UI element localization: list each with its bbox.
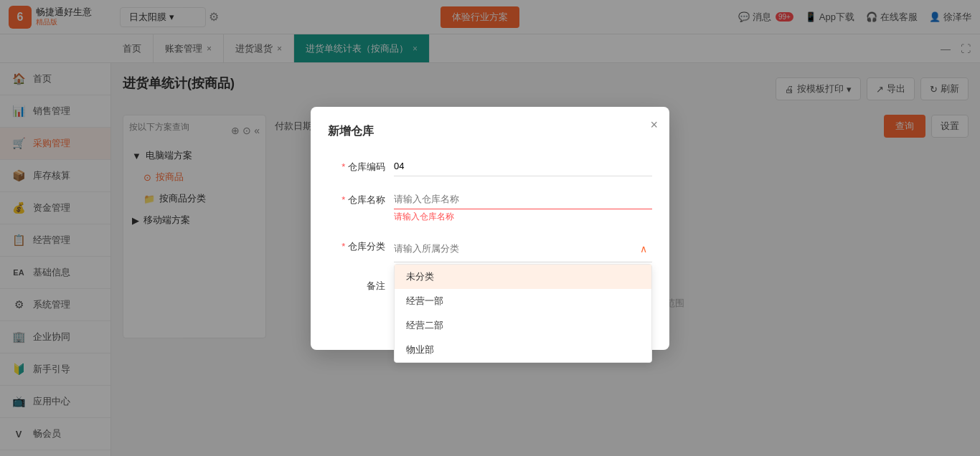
modal-overlay: 新增仓库 × 仓库编码 仓库名称 请输入仓库名称 仓库分类 ∧ <box>0 0 980 456</box>
remark-label: 备注 <box>328 275 385 293</box>
category-select-wrap: ∧ 未分类 经营一部 经营二部 物业部 <box>394 236 652 262</box>
modal-close-button[interactable]: × <box>650 118 658 131</box>
modal-title: 新增仓库 <box>328 124 652 139</box>
dropdown-item-ops2[interactable]: 经营二部 <box>395 313 651 338</box>
code-field-wrap <box>394 156 652 176</box>
category-label: 仓库分类 <box>328 236 385 253</box>
dropdown-item-property[interactable]: 物业部 <box>395 338 651 362</box>
name-field-wrap: 请输入仓库名称 <box>394 189 652 223</box>
name-input[interactable] <box>394 189 652 209</box>
code-input[interactable] <box>394 156 652 176</box>
category-dropdown: 未分类 经营一部 经营二部 物业部 <box>394 264 652 363</box>
category-chevron-icon[interactable]: ∧ <box>635 240 652 257</box>
category-text-input[interactable] <box>394 243 635 254</box>
new-warehouse-modal: 新增仓库 × 仓库编码 仓库名称 请输入仓库名称 仓库分类 ∧ <box>311 107 669 350</box>
category-select-input[interactable]: ∧ <box>394 236 652 262</box>
code-label: 仓库编码 <box>328 156 385 174</box>
category-row: 仓库分类 ∧ 未分类 经营一部 经营二部 物业部 <box>328 236 652 262</box>
name-label: 仓库名称 <box>328 189 385 206</box>
dropdown-item-ops1[interactable]: 经营一部 <box>395 289 651 313</box>
name-row: 仓库名称 请输入仓库名称 <box>328 189 652 223</box>
code-row: 仓库编码 <box>328 156 652 176</box>
dropdown-item-uncategorized[interactable]: 未分类 <box>395 265 651 289</box>
name-error-msg: 请输入仓库名称 <box>394 211 652 223</box>
